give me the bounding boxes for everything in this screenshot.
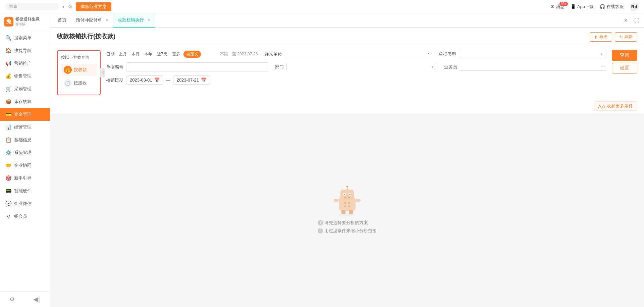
industry-btn[interactable]: 体验行业方案 [76, 2, 111, 11]
sidebar-item-marketing[interactable]: 📢 营销推广 [0, 57, 50, 70]
tab-home[interactable]: 首页 [53, 13, 71, 28]
dept-select[interactable]: ▾ [286, 63, 437, 71]
message-btn[interactable]: ✉ 消息 99+ [551, 4, 565, 10]
sidebar-label-finance: 资金管理 [14, 111, 32, 117]
date-nolimit-label: 不限 [220, 51, 228, 57]
sidebar-item-quick-nav[interactable]: 🏠 快捷导航 [0, 44, 50, 57]
date-shortcuts: 上月 本月 本年 近7天 更多 自定义 [117, 51, 201, 58]
app-download-btn[interactable]: 📱 App下载 [571, 4, 594, 10]
sidebar-icon-quick-nav: 🏠 [5, 48, 11, 54]
writeoff-date-label: 核销日期 [106, 77, 123, 83]
hint2-text: 用过滤条件来缩小分析范围 [324, 228, 377, 234]
sidebar-icon-wechat: 💬 [5, 201, 11, 207]
refresh-icon: ↻ [619, 35, 623, 40]
phone-icon: 📱 [571, 4, 576, 9]
doctype-select[interactable]: ▾ [459, 50, 606, 58]
sidebar-icon-smart-hw: 📟 [5, 188, 11, 194]
sidebar-item-finance[interactable]: 💳 资金管理 [0, 108, 50, 121]
query-option-icon-by-receivable: 🕐 [64, 79, 72, 87]
sidebar-menu: 🔍 搜索菜单 🏠 快捷导航 📢 营销推广 💰 销售管理 🛒 采购管理 📦 库存核… [0, 30, 50, 291]
counterpart-more-icon[interactable]: ··· [425, 50, 432, 56]
tab-close-prepay[interactable]: ✕ [105, 18, 108, 22]
doctype-arrow-icon: ▾ [601, 52, 603, 56]
export-button[interactable]: ⬆ 导出 [590, 32, 612, 42]
salesman-more-icon[interactable]: ··· [599, 63, 606, 69]
sidebar-item-wechat[interactable]: 💬 企业微信 [0, 197, 50, 210]
query-option-by-receipt[interactable]: 💰 按收款 [61, 64, 97, 76]
date-shortcut-more[interactable]: 更多 [171, 51, 181, 58]
sidebar-item-guide[interactable]: 🎯 新手引导 [0, 172, 50, 185]
sidebar-item-system[interactable]: ⚙️ 系统管理 [0, 146, 50, 159]
collapse-more-button[interactable]: ⋀⋀ 收起更多条件 [594, 101, 637, 111]
date-shortcut-last-month[interactable]: 上月 [117, 51, 128, 58]
message-badge: 99+ [559, 2, 568, 6]
svg-point-16 [339, 214, 356, 216]
salesman-label: 业务员 [444, 64, 457, 70]
sidebar-label-inventory: 库存核算 [14, 99, 32, 105]
docno-label: 单据编号 [106, 64, 123, 70]
sidebar-label-smart-hw: 智能硬件 [14, 188, 32, 194]
query-collapse-button[interactable]: 《 [100, 68, 105, 78]
logo-text-area: 畅捷通好生意 标准版 [15, 17, 40, 27]
dept-label: 部门 [275, 64, 284, 70]
date-range-to: 至 2023-07-26 [232, 51, 258, 57]
sidebar-label-quick-nav: 快捷导航 [14, 48, 32, 54]
sidebar-item-member[interactable]: V 畅会员 [0, 210, 50, 223]
query-option-label-by-receivable: 按应收 [74, 80, 87, 86]
sidebar-label-guide: 新手引导 [14, 175, 32, 181]
online-service-btn[interactable]: 🎧 在线客服 [600, 4, 624, 10]
sidebar-item-search-menu[interactable]: 🔍 搜索菜单 [0, 32, 50, 44]
tab-bar: 首页预付冲应付单✕收款核销执行✕ ✕ ⛶ [50, 13, 644, 28]
sidebar-item-sales[interactable]: 💰 销售管理 [0, 70, 50, 83]
query-option-by-receivable[interactable]: 🕐 按应收 [61, 77, 97, 89]
sidebar-item-purchase[interactable]: 🛒 采购管理 [0, 83, 50, 95]
filter-actions-col: 查询 设置 [612, 50, 637, 73]
svg-rect-10 [341, 210, 345, 214]
sidebar-icon-inventory: 📦 [5, 99, 11, 105]
sidebar-label-search-menu: 搜索菜单 [14, 35, 32, 41]
sidebar-label-member: 畅会员 [14, 213, 27, 219]
writeoff-end-date[interactable]: 2023-07-21 📅 [173, 75, 210, 85]
sidebar-item-basic-info[interactable]: 📋 基础信息 [0, 134, 50, 146]
svg-point-7 [346, 186, 348, 187]
docno-input[interactable] [126, 62, 268, 71]
sidebar-icon-search-menu: 🔍 [5, 35, 11, 41]
svg-point-14 [344, 205, 346, 207]
sidebar-icon-sales: 💰 [5, 73, 11, 79]
doctype-label: 单据类型 [439, 51, 456, 57]
empty-hints: 1 请先选择要分析的方案 2 用过滤条件来缩小分析范围 [318, 220, 377, 236]
collapse-sidebar-icon[interactable]: ◀‖ [31, 294, 44, 304]
sidebar-item-enterprise[interactable]: 🤝 企业协同 [0, 159, 50, 172]
top-bar-right: ✉ 消息 99+ 📱 App下载 🎧 在线客服 Rit [551, 2, 639, 11]
avatar[interactable]: Rit [630, 2, 639, 11]
settings-icon[interactable]: ⚙ [7, 294, 17, 304]
date-shortcut-custom[interactable]: 自定义 [183, 51, 201, 58]
writeoff-start-text: 2023-03-01 [130, 78, 152, 83]
tab-expand-icon[interactable]: ⛶ [632, 16, 641, 25]
sidebar-icon-marketing: 📢 [5, 60, 11, 66]
sidebar-label-sales: 销售管理 [14, 73, 32, 79]
writeoff-start-date[interactable]: 2023-03-01 📅 [126, 75, 163, 85]
date-shortcut-this-month[interactable]: 本月 [130, 51, 141, 58]
sidebar-item-operation[interactable]: 📊 经营管理 [0, 121, 50, 134]
query-panel-title: 按以下方案查询 [61, 55, 97, 60]
query-button[interactable]: 查询 [612, 50, 637, 61]
set-button[interactable]: 设置 [612, 63, 637, 73]
tab-close-receivable[interactable]: ✕ [147, 18, 150, 22]
tab-receivable[interactable]: 收款核销执行✕ [113, 13, 155, 28]
filter-area: 按以下方案查询 💰 按收款 🕐 按应收 《 日期 [50, 45, 644, 100]
gear-icon[interactable]: ⚙ [68, 3, 72, 10]
sidebar-item-smart-hw[interactable]: 📟 智能硬件 [0, 185, 50, 197]
date-shortcut-this-year[interactable]: 本年 [143, 51, 154, 58]
search-box[interactable]: 搜索 [5, 3, 59, 10]
dropdown-arrow-icon[interactable]: ▾ [62, 4, 64, 9]
sidebar-item-inventory[interactable]: 📦 库存核算 [0, 95, 50, 108]
collapse-more-icon: ⋀⋀ [598, 104, 605, 109]
tab-prepay[interactable]: 预付冲应付单✕ [71, 13, 113, 28]
counterpart-field: 往来单位 ··· [265, 50, 432, 58]
tab-close-all-icon[interactable]: ✕ [621, 16, 631, 25]
refresh-button[interactable]: ↻ 刷新 [615, 32, 637, 42]
date-dash: — [166, 78, 170, 83]
date-shortcut-7days[interactable]: 近7天 [156, 51, 169, 58]
query-option-icon-by-receipt: 💰 [64, 66, 72, 74]
